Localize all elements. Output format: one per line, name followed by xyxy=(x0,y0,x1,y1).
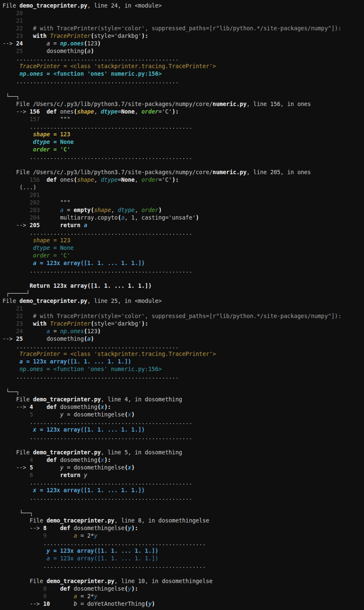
terminal-line xyxy=(3,502,364,509)
text-segment: = 123x array([1. 1. ... 1. 1.]) xyxy=(23,358,131,365)
text-segment: empty xyxy=(74,207,90,213)
text-segment xyxy=(3,63,19,69)
text-segment: , line 4, in dosomething xyxy=(101,396,182,403)
terminal-line: x = 123x array([1. 1. ... 1. 1.]) xyxy=(3,426,364,434)
text-segment xyxy=(40,215,60,221)
terminal-line: --> 205 return a xyxy=(3,222,364,229)
text-segment: dtype xyxy=(118,207,135,213)
terminal-line: ........................................… xyxy=(3,494,364,502)
text-segment: order xyxy=(142,207,158,213)
text-segment xyxy=(33,411,61,418)
text-segment xyxy=(40,109,47,115)
text-segment: = None xyxy=(50,139,74,145)
terminal-line: ........................................… xyxy=(3,479,364,487)
text-segment: ........................................… xyxy=(30,419,193,425)
text-segment: return xyxy=(60,472,84,478)
text-segment: ) xyxy=(131,464,135,471)
text-segment: 201 xyxy=(3,192,40,198)
terminal-line: ........................................… xyxy=(3,343,364,350)
text-segment: 21 xyxy=(3,18,23,24)
text-segment xyxy=(3,146,33,153)
terminal-line: a = 123x array([1. 1. ... 1. 1.]) xyxy=(3,555,364,562)
text-segment: = 123x array([1. 1. ... 1. 1.]) xyxy=(50,548,158,554)
text-segment: shape xyxy=(33,237,50,244)
text-segment: demo_traceprinter.py xyxy=(19,298,87,304)
text-segment xyxy=(3,230,30,236)
text-segment: Return 123x array([1. 1. ... 1. 1.]) xyxy=(30,283,152,289)
terminal-line: ........................................… xyxy=(3,373,364,381)
text-segment: ........................................… xyxy=(16,56,179,62)
text-segment: └──┐ xyxy=(3,510,33,516)
text-segment: 9 xyxy=(3,533,47,539)
text-segment: ( xyxy=(98,404,101,410)
text-segment: 204 xyxy=(3,215,40,221)
terminal-line: order = 'C' xyxy=(3,146,364,154)
text-segment: demo_traceprinter.py xyxy=(33,396,101,403)
text-segment: with xyxy=(33,33,50,39)
text-segment: --> xyxy=(3,404,30,410)
text-segment xyxy=(3,419,30,425)
text-segment: a xyxy=(60,207,63,213)
text-segment: style='darkbg' xyxy=(94,33,142,39)
text-segment: def xyxy=(60,586,74,592)
text-segment: = <function 'ones' numeric.py:156> xyxy=(43,71,162,77)
terminal-line xyxy=(3,85,364,93)
terminal-line: 21 xyxy=(3,17,364,25)
terminal-line: └──┐ xyxy=(3,388,364,396)
text-segment xyxy=(23,40,46,47)
text-segment: dtype xyxy=(33,245,50,251)
terminal-line: --> 25 dosomething(a) xyxy=(3,335,364,343)
terminal-line: y = 123x array([1. 1. ... 1. 1.]) xyxy=(3,547,364,555)
text-segment: ): xyxy=(104,457,111,463)
text-segment: File xyxy=(3,3,19,9)
text-segment: a xyxy=(47,40,50,47)
terminal-line: 156 def ones(shape, dtype=None, order='C… xyxy=(3,176,364,184)
text-segment: y xyxy=(84,472,87,478)
text-segment: 156 xyxy=(3,177,40,183)
text-segment: 5 xyxy=(30,464,33,471)
terminal-line: 203 a = empty(shape, dtype, order) xyxy=(3,207,364,214)
text-segment: demo_traceprinter.py xyxy=(19,3,87,9)
terminal-line: ........................................… xyxy=(3,419,364,426)
text-segment xyxy=(50,601,74,607)
text-segment xyxy=(3,56,16,62)
terminal-line: dtype = None xyxy=(3,138,364,146)
text-segment xyxy=(3,358,19,365)
text-segment: 4 xyxy=(30,404,33,410)
text-segment: └──┐ xyxy=(3,93,19,100)
text-segment xyxy=(3,434,30,440)
text-segment: 202 xyxy=(3,199,40,206)
text-segment xyxy=(3,71,19,77)
terminal-line: 201 xyxy=(3,191,364,199)
text-segment: ( xyxy=(145,601,148,607)
text-segment: order xyxy=(142,109,158,115)
text-segment: 123 xyxy=(87,328,98,334)
text-segment xyxy=(23,328,46,334)
text-segment: = 123 xyxy=(50,237,70,244)
text-segment: dosomething xyxy=(47,48,84,54)
text-segment: ): xyxy=(172,177,179,183)
text-segment: = 'C' xyxy=(50,146,70,153)
text-segment: ): xyxy=(142,33,148,39)
terminal-line: --> 156 def ones(shape, dtype=None, orde… xyxy=(3,108,364,116)
terminal-line: ........................................… xyxy=(3,434,364,441)
text-segment: shape xyxy=(77,109,94,115)
text-segment: 22 xyxy=(3,25,23,32)
text-segment xyxy=(3,260,33,266)
text-segment: File xyxy=(3,578,47,584)
text-segment xyxy=(47,533,74,539)
terminal-line: a = 123x array([1. 1. ... 1. 1.]) xyxy=(3,260,364,267)
text-segment: , line 5, in dosomething xyxy=(101,449,182,456)
text-segment: = xyxy=(50,40,60,47)
text-segment: = xyxy=(63,464,74,471)
text-segment xyxy=(33,472,61,478)
terminal-line: 20 xyxy=(3,10,364,17)
text-segment xyxy=(3,283,30,289)
text-segment: , xyxy=(135,207,141,213)
terminal-line: File demo_traceprinter.py, line 8, in do… xyxy=(3,517,364,525)
text-segment xyxy=(3,131,33,138)
text-segment: np.ones xyxy=(19,71,43,77)
text-segment: def xyxy=(60,525,74,531)
terminal-line: File demo_traceprinter.py, line 5, in do… xyxy=(3,449,364,456)
terminal-line: File /Users/c/.py3/lib/python3.7/site-pa… xyxy=(3,169,364,176)
